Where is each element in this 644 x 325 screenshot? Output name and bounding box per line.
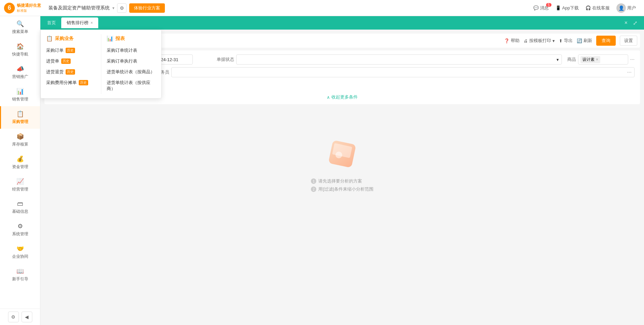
sidebar-item-sales[interactable]: 📊 销售管理 [0, 84, 40, 106]
report-column: 📊 报表 采购订单统计表 采购订单执行表 进货单统计表（按商品） 进货单统计表（… [101, 34, 162, 94]
empty-illustration-circle [335, 152, 342, 158]
active-bar [0, 106, 1, 129]
online-service-button[interactable]: 🎧 在线客服 [585, 5, 610, 11]
refresh-icon: 🔄 [577, 38, 582, 43]
sidebar: 🔍 搜索菜单 🏠 快捷导航 📣 营销推广 📊 销售管理 📋 采购管理 📦 库存核… [0, 16, 40, 325]
purchase-order-stat-item[interactable]: 采购订单统计表 [107, 45, 156, 56]
purchase-business-column: 📋 采购业务 采购订单 历史 进货单 历史 进货退货 历史 采购费用分摊单 历史 [41, 34, 101, 94]
sidebar-bottom: ⚙ ◀ [0, 309, 40, 325]
logo-area: 6 畅捷通好生意 标准版 [4, 3, 44, 13]
sales-icon: 📊 [16, 88, 24, 95]
tab-actions: × ⤢ [623, 18, 643, 28]
purchase-column-title: 📋 采购业务 [46, 34, 96, 45]
operation-icon: 📈 [16, 178, 24, 185]
logo-icon: 6 [4, 3, 15, 13]
history-badge-3: 历史 [66, 69, 75, 75]
dropdown-columns: 📋 采购业务 采购订单 历史 进货单 历史 进货退货 历史 采购费用分摊单 历史 [41, 34, 161, 94]
basic-info-icon: 🗃 [17, 200, 23, 207]
help-icon: ❓ [504, 38, 509, 43]
purchase-col-icon: 📋 [46, 35, 53, 42]
goods-receipt-item[interactable]: 进货单 历史 [46, 56, 96, 67]
tab-resize-icon[interactable]: ⤢ [632, 18, 639, 28]
header-right: 💬 消息 5 📱 App下载 🎧 在线客服 👤 用户 [533, 3, 640, 13]
sidebar-item-purchase[interactable]: 📋 采购管理 [0, 106, 40, 129]
salesman-select[interactable]: ··· [171, 67, 635, 77]
settings-toolbar-button[interactable]: 设置 [620, 36, 637, 46]
sidebar-item-quick-nav[interactable]: 🏠 快捷导航 [0, 39, 40, 61]
search-icon: 🔍 [16, 20, 24, 28]
top-header: 6 畅捷通好生意 标准版 装备及固定资产辅助管理系统 ▾ ⚙ 体验行业方案 💬 … [0, 0, 644, 16]
capital-icon: 💰 [16, 155, 24, 163]
guide-icon: 📖 [16, 268, 24, 275]
tab-close-button[interactable]: × [91, 21, 93, 25]
sidebar-item-marketing[interactable]: 📣 营销推广 [0, 61, 40, 84]
export-icon: ⬆ [559, 38, 563, 43]
print-button[interactable]: 🖨 按模板打印 ▾ [524, 38, 555, 44]
goods-receipt-stat-goods-item[interactable]: 进货单统计表（按商品） [107, 67, 156, 77]
query-button[interactable]: 查询 [596, 36, 616, 46]
tab-close-icon[interactable]: × [623, 18, 629, 27]
logo-text: 畅捷通好生意 标准版 [17, 3, 41, 13]
gear-button[interactable]: ⚙ [117, 3, 127, 13]
enterprise-icon: 🤝 [16, 245, 24, 252]
purchase-expense-item[interactable]: 采购费用分摊单 历史 [46, 77, 96, 88]
sidebar-item-inventory[interactable]: 📦 库存核算 [0, 129, 40, 151]
marketing-icon: 📣 [16, 65, 24, 73]
history-badge-2: 历史 [61, 58, 71, 64]
tab-home[interactable]: 首页 [42, 17, 61, 28]
message-badge: 5 [546, 3, 551, 7]
goods-return-item[interactable]: 进货退货 历史 [46, 67, 96, 77]
empty-state: 1 请先选择要分析的方案 2 用[过滤]条件来缩小分析范围 [44, 107, 640, 219]
history-badge-4: 历史 [79, 80, 88, 85]
system-title: 装备及固定资产辅助管理系统 [48, 5, 110, 11]
report-column-title: 📊 报表 [107, 34, 156, 45]
chevron-up-icon: ∧ [327, 95, 330, 100]
sidebar-item-capital[interactable]: 💰 资金管理 [0, 151, 40, 174]
doc-status-label: 单据状态 [217, 56, 234, 63]
app-download-button[interactable]: 📱 App下载 [556, 5, 579, 11]
message-button[interactable]: 💬 消息 5 [533, 5, 549, 11]
report-col-icon: 📊 [107, 35, 113, 42]
collapse-sidebar-button[interactable]: ◀ [22, 312, 32, 322]
sidebar-item-basic-info[interactable]: 🗃 基础信息 [0, 196, 40, 218]
doc-status-filter: 单据状态 ▾ [217, 54, 562, 65]
print-dropdown-icon: ▾ [552, 38, 555, 43]
system-title-area: 装备及固定资产辅助管理系统 ▾ ⚙ 体验行业方案 [44, 3, 533, 13]
purchase-order-exec-item[interactable]: 采购订单执行表 [107, 56, 156, 67]
doc-status-select[interactable]: ▾ [236, 54, 562, 65]
chevron-down-icon: ▾ [557, 57, 559, 62]
tab-sales-rank[interactable]: 销售排行榜 × [61, 17, 98, 28]
purchase-icon: 📋 [16, 110, 24, 118]
refresh-button[interactable]: 🔄 刷新 [577, 38, 592, 44]
export-button[interactable]: ⬆ 导出 [559, 38, 573, 44]
home-icon: 🏠 [16, 43, 24, 50]
system-dropdown-icon[interactable]: ▾ [112, 6, 114, 10]
home-tab-label: 首页 [47, 20, 56, 26]
sidebar-item-search[interactable]: 🔍 搜索菜单 [0, 16, 40, 39]
print-icon: 🖨 [524, 38, 528, 43]
goods-tag: 设计素 × [580, 56, 600, 63]
industry-button[interactable]: 体验行业方案 [129, 3, 165, 13]
sidebar-item-guide[interactable]: 📖 新手引导 [0, 263, 40, 286]
headset-icon: 🎧 [585, 5, 591, 10]
salesman-more-button[interactable]: ··· [627, 69, 632, 75]
empty-text-line1: 1 请先选择要分析的方案 [311, 178, 362, 184]
tab-bar: 首页 销售排行榜 × × ⤢ [40, 16, 644, 30]
goods-receipt-stat-supplier-item[interactable]: 进货单统计表（按供应商） [107, 77, 156, 94]
salesman-filter: 业务员 ··· [156, 67, 635, 77]
goods-tag-close[interactable]: × [596, 57, 598, 62]
purchase-order-item[interactable]: 采购订单 历史 [46, 45, 96, 56]
goods-more-button[interactable]: ··· [630, 56, 635, 63]
sidebar-item-system[interactable]: ⚙ 系统管理 [0, 218, 40, 241]
user-menu[interactable]: 👤 用户 [616, 3, 636, 13]
settings-button[interactable]: ⚙ [8, 312, 19, 322]
sales-rank-tab-label: 销售排行榜 [67, 20, 88, 26]
purchase-dropdown-menu: 📋 采购业务 采购订单 历史 进货单 历史 进货退货 历史 采购费用分摊单 历史 [40, 30, 162, 98]
help-button[interactable]: ❓ 帮助 [504, 38, 520, 44]
goods-filter: 商品 设计素 × ··· [567, 54, 635, 65]
goods-label: 商品 [567, 56, 576, 63]
sidebar-item-operation[interactable]: 📈 经营管理 [0, 174, 40, 196]
sidebar-item-enterprise[interactable]: 🤝 企业协同 [0, 241, 40, 263]
collapse-filters-button[interactable]: ∧ 收起更多条件 [327, 94, 358, 100]
message-icon: 💬 [533, 5, 539, 10]
